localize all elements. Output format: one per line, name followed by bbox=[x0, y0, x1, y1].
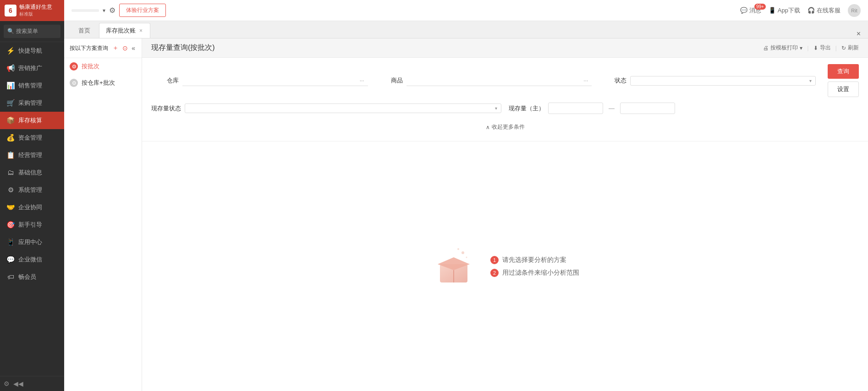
sidebar-item-member[interactable]: 🏷 畅会员 bbox=[0, 268, 64, 286]
filter-item-by-batch[interactable]: ⊙ 按批次 bbox=[64, 58, 142, 75]
batch-scheme-icon: ⊙ bbox=[70, 62, 78, 71]
sidebar-item-newbie[interactable]: 🎯 新手引导 bbox=[0, 216, 64, 234]
close-panel-button[interactable]: × bbox=[857, 30, 861, 38]
empty-number-1: 1 bbox=[490, 256, 499, 264]
tabs-bar: 首页 库存批次账 × × bbox=[64, 21, 868, 38]
tab-close-button[interactable]: × bbox=[138, 27, 143, 34]
app-download-button[interactable]: 📱 App下载 bbox=[769, 6, 800, 15]
sidebar-item-quick-nav[interactable]: ⚡ 快捷导航 bbox=[0, 42, 64, 60]
search-menu-button[interactable]: 🔍 搜索菜单 bbox=[4, 25, 60, 38]
warehouse-dots-button[interactable]: ··· bbox=[360, 77, 364, 84]
collapse-sidebar-button[interactable]: ◀◀ bbox=[13, 380, 23, 387]
content-area: 按以下方案查询 ＋ ⊙ « ⊙ 按批次 ⊙ bbox=[64, 38, 868, 391]
user-avatar[interactable]: Rit bbox=[848, 4, 861, 17]
scheme-settings-button[interactable]: ⊙ bbox=[121, 43, 129, 53]
sidebar-item-label: 快捷导航 bbox=[18, 47, 42, 55]
finance-icon: 💰 bbox=[6, 134, 15, 142]
product-label: 商品 bbox=[375, 76, 403, 85]
print-template-button[interactable]: 🖨 按模板打印 ▾ bbox=[763, 44, 802, 52]
stock-amount-from-input[interactable] bbox=[548, 103, 603, 114]
sales-icon: 📊 bbox=[6, 81, 15, 90]
company-name: 畅康通好生意 bbox=[19, 4, 52, 11]
sidebar-title-area: 畅康通好生意 标准版 bbox=[19, 4, 52, 17]
messages-button[interactable]: 💬 消息 99+ bbox=[740, 6, 761, 15]
collapse-filter-button[interactable]: « bbox=[131, 43, 136, 53]
tab-home[interactable]: 首页 bbox=[71, 23, 97, 38]
sidebar-search-area: 🔍 搜索菜单 bbox=[0, 21, 64, 42]
filter-panel: 按以下方案查询 ＋ ⊙ « ⊙ 按批次 ⊙ bbox=[64, 38, 142, 391]
status-dropdown-arrow: ▾ bbox=[809, 78, 812, 83]
query-button[interactable]: 查询 bbox=[828, 64, 859, 79]
sidebar-item-enterprise[interactable]: 🤝 企业协同 bbox=[0, 199, 64, 216]
stock-status-select[interactable]: ▾ bbox=[185, 103, 501, 113]
empty-message-2: 2 用过滤条件来缩小分析范围 bbox=[490, 269, 579, 277]
breadcrumb-dropdown-button[interactable]: ▾ bbox=[103, 7, 105, 14]
sidebar-item-label: 经营管理 bbox=[18, 151, 42, 159]
filter-conditions-wrapper: 仓库 ··· 商品 ··· bbox=[142, 58, 868, 141]
topbar-right: 💬 消息 99+ 📱 App下载 🎧 在线客服 Rit bbox=[740, 4, 861, 17]
warehouse-input-area[interactable]: ··· bbox=[182, 76, 368, 86]
sidebar-item-inventory[interactable]: 📦 库存核算 bbox=[0, 112, 64, 129]
sidebar-item-basic[interactable]: 🗂 基础信息 bbox=[0, 164, 64, 181]
svg-point-2 bbox=[457, 248, 459, 250]
product-dots-button[interactable]: ··· bbox=[583, 77, 588, 84]
sidebar-item-apps[interactable]: 📱 应用中心 bbox=[0, 234, 64, 251]
sidebar-item-label: 库存核算 bbox=[18, 116, 42, 125]
sidebar-item-system[interactable]: ⚙ 系统管理 bbox=[0, 181, 64, 199]
sidebar-item-finance[interactable]: 💰 资金管理 bbox=[0, 129, 64, 147]
stock-amount-dash: — bbox=[607, 105, 616, 112]
stock-amount-to-input[interactable] bbox=[620, 103, 675, 114]
messages-badge: 99+ bbox=[754, 4, 766, 10]
filter-item-label: 按批次 bbox=[82, 62, 99, 71]
sidebar-item-label: 企业协同 bbox=[18, 203, 42, 212]
filter-item-by-warehouse-batch[interactable]: ⊙ 按仓库+批次 bbox=[64, 75, 142, 91]
wechat-icon: 💬 bbox=[6, 255, 15, 264]
set-button[interactable]: 设置 bbox=[828, 81, 859, 97]
topbar-left: ▾ ⚙ 体验行业方案 bbox=[71, 4, 736, 17]
breadcrumb-text bbox=[71, 9, 99, 12]
online-service-button[interactable]: 🎧 在线客服 bbox=[808, 6, 841, 15]
query-area: 现存量查询(按批次) 🖨 按模板打印 ▾ | ⬇ 导出 | ↻ bbox=[142, 38, 868, 391]
topbar: ▾ ⚙ 体验行业方案 💬 消息 99+ 📱 App下载 🎧 在线客服 Rit bbox=[64, 0, 868, 21]
collapse-conditions-button[interactable]: ∧ 收起更多条件 bbox=[151, 119, 859, 135]
status-select[interactable]: ▾ bbox=[630, 76, 816, 86]
sidebar-item-label: 应用中心 bbox=[18, 238, 42, 246]
export-button[interactable]: ⬇ 导出 bbox=[813, 44, 831, 52]
sidebar-item-label: 资金管理 bbox=[18, 134, 42, 142]
settings-footer-button[interactable]: ⚙ bbox=[4, 380, 10, 387]
sidebar-item-marketing[interactable]: 📢 营销推广 bbox=[0, 60, 64, 77]
stock-amount-label: 现存量（主） bbox=[509, 104, 544, 113]
filter-row-1: 仓库 ··· 商品 ··· bbox=[151, 64, 859, 97]
sidebar-nav: ⚡ 快捷导航 📢 营销推广 📊 销售管理 🛒 采购管理 📦 库存核算 💰 资金管… bbox=[0, 42, 64, 376]
tab-inventory-batch[interactable]: 库存批次账 × bbox=[99, 23, 150, 38]
empty-state: 1 请先选择要分析的方案 2 用过滤条件来缩小分析范围 bbox=[142, 141, 868, 391]
sidebar-item-wechat[interactable]: 💬 企业微信 bbox=[0, 251, 64, 268]
page-title-bar: 现存量查询(按批次) 🖨 按模板打印 ▾ | ⬇ 导出 | ↻ bbox=[142, 38, 868, 58]
message-icon: 💬 bbox=[740, 7, 747, 14]
sidebar-item-sales[interactable]: 📊 销售管理 bbox=[0, 77, 64, 94]
sidebar-footer: ⚙ ◀◀ bbox=[0, 376, 64, 391]
empty-messages: 1 请先选择要分析的方案 2 用过滤条件来缩小分析范围 bbox=[490, 256, 579, 277]
stock-amount-field: 现存量（主） — bbox=[509, 103, 859, 114]
system-icon: ⚙ bbox=[6, 186, 15, 194]
filter-panel-title: 按以下方案查询 bbox=[70, 44, 108, 52]
sidebar-item-label: 营销推广 bbox=[18, 64, 42, 72]
svg-point-3 bbox=[466, 256, 467, 258]
add-scheme-button[interactable]: ＋ bbox=[111, 43, 120, 53]
filter-row-2: 现存量状态 ▾ 现存量（主） — bbox=[151, 103, 859, 114]
collapse-icon: « bbox=[132, 44, 135, 52]
refresh-icon: ↻ bbox=[841, 45, 846, 51]
experience-industry-button[interactable]: 体验行业方案 bbox=[119, 4, 166, 17]
warehouse-label: 仓库 bbox=[151, 76, 179, 85]
topbar-gear-button[interactable]: ⚙ bbox=[109, 6, 115, 15]
refresh-button[interactable]: ↻ 刷新 bbox=[841, 44, 859, 52]
svg-point-1 bbox=[461, 251, 464, 254]
filter-conditions: 仓库 ··· 商品 ··· bbox=[142, 58, 868, 141]
sidebar-item-purchase[interactable]: 🛒 采购管理 bbox=[0, 94, 64, 112]
stock-status-label: 现存量状态 bbox=[151, 104, 181, 113]
operations-icon: 📋 bbox=[6, 151, 15, 159]
sidebar-item-label: 采购管理 bbox=[18, 99, 42, 107]
warehouse-field: 仓库 ··· bbox=[151, 76, 368, 86]
product-input-area[interactable]: ··· bbox=[407, 76, 592, 86]
sidebar-item-operations[interactable]: 📋 经营管理 bbox=[0, 147, 64, 164]
